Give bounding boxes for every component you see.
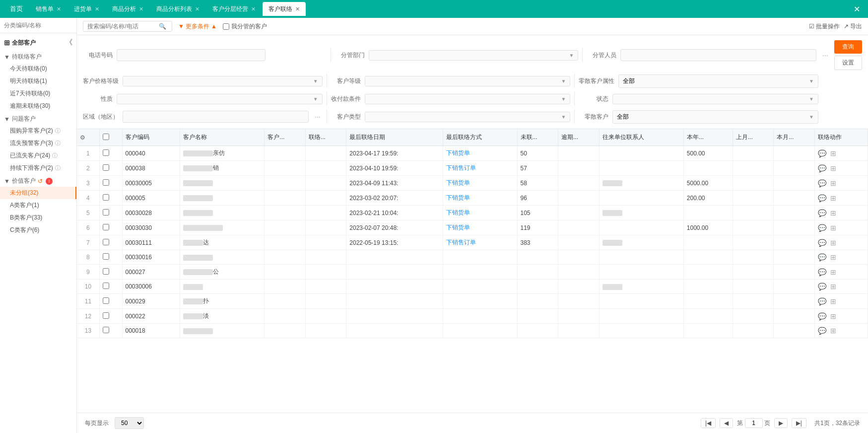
chat-icon[interactable]: 💬 <box>818 149 826 157</box>
search-icon[interactable]: 🔍 <box>159 23 166 30</box>
row-checkbox[interactable] <box>103 297 109 304</box>
grid-action-icon[interactable]: ⊞ <box>830 297 836 305</box>
grid-action-icon[interactable]: ⊞ <box>830 209 836 217</box>
manager-input[interactable] <box>620 49 816 61</box>
tab-product-analysis-list[interactable]: 商品分析列表 ✕ <box>150 2 205 16</box>
collapse-icon[interactable]: 《 <box>66 38 72 47</box>
close-icon[interactable]: ✕ <box>95 6 99 12</box>
code-column-header[interactable]: 客户编码 <box>122 129 180 146</box>
contact-column-header[interactable]: 联络... <box>305 129 346 146</box>
sidebar-item-hoarding-abnormal[interactable]: 囤购异常客户(2) ⓘ <box>0 125 76 137</box>
chat-icon[interactable]: 💬 <box>818 253 826 261</box>
sidebar-group-value[interactable]: ▼ 价值客户 ↺ ! <box>0 174 76 187</box>
name-column-header[interactable]: 客户名称 <box>180 129 265 146</box>
close-all-icon[interactable]: ✕ <box>850 4 864 14</box>
customer-tier-select[interactable]: ▼ <box>365 76 571 86</box>
contact-person-column-header[interactable]: 往来单位联系人 <box>599 129 683 146</box>
select-all-checkbox[interactable] <box>103 134 109 140</box>
chat-icon[interactable]: 💬 <box>818 239 826 247</box>
gear-icon[interactable]: ⚙ <box>80 134 85 141</box>
nature-select[interactable]: ▼ <box>117 94 323 104</box>
filter-search-input[interactable] <box>87 23 157 30</box>
refresh-icon[interactable]: ↺ <box>38 178 43 185</box>
gear-column-header[interactable]: ⚙ <box>77 129 99 146</box>
close-icon[interactable]: ✕ <box>57 6 61 12</box>
tab-product-analysis[interactable]: 商品分析 ✕ <box>106 2 149 16</box>
retail-customer-select[interactable]: 全部 ▼ <box>612 110 818 124</box>
last-method-column-header[interactable]: 最后联络方式 <box>443 129 517 146</box>
row-checkbox[interactable] <box>103 239 109 245</box>
sidebar-item-today-pending[interactable]: 今天待联络(0) <box>0 63 76 75</box>
row-checkbox[interactable] <box>103 194 109 201</box>
last-method-link[interactable]: 下销货单 <box>446 194 470 201</box>
more-conditions-button[interactable]: ▼ 更多条件 ▲ <box>178 22 217 31</box>
last-method-link[interactable]: 下销售订单 <box>446 239 476 246</box>
grid-action-icon[interactable]: ⊞ <box>830 179 836 187</box>
row-checkbox[interactable] <box>103 224 109 230</box>
chat-icon[interactable]: 💬 <box>818 164 826 172</box>
row-checkbox[interactable] <box>103 327 109 333</box>
dots-button[interactable]: ··· <box>820 50 830 60</box>
tab-purchase-order[interactable]: 进货单 ✕ <box>68 2 105 16</box>
payment-select[interactable]: ▼ <box>365 94 571 104</box>
chat-icon[interactable]: 💬 <box>818 209 826 217</box>
last-method-link[interactable]: 下销售订单 <box>446 164 476 171</box>
close-icon[interactable]: ✕ <box>195 6 200 12</box>
grid-action-icon[interactable]: ⊞ <box>830 149 836 157</box>
chat-icon[interactable]: 💬 <box>818 297 826 305</box>
phone-input[interactable] <box>117 49 266 61</box>
sidebar-item-class-c[interactable]: C类客户(6) <box>0 224 76 236</box>
sidebar-search-input[interactable] <box>4 22 77 29</box>
chat-icon[interactable]: 💬 <box>818 268 826 276</box>
chat-icon[interactable]: 💬 <box>818 312 826 320</box>
this-year-column-header[interactable]: 本年... <box>683 129 733 146</box>
chat-icon[interactable]: 💬 <box>818 224 826 232</box>
last-method-link[interactable]: 下销货单 <box>446 179 470 186</box>
grid-action-icon[interactable]: ⊞ <box>830 268 836 276</box>
reset-button[interactable]: 设置 <box>834 56 862 70</box>
grid-action-icon[interactable]: ⊞ <box>830 312 836 320</box>
sidebar-item-tomorrow-pending[interactable]: 明天待联络(1) <box>0 75 76 87</box>
first-page-button[interactable]: |◀ <box>701 418 716 428</box>
sidebar-item-churn-warning[interactable]: 流失预警客户(3) ⓘ <box>0 137 76 149</box>
type-column-header[interactable]: 客户... <box>265 129 306 146</box>
bulk-ops-button[interactable]: ☑ 批量操作 <box>809 22 840 31</box>
chat-icon[interactable]: 💬 <box>818 179 826 187</box>
sidebar-group-problem[interactable]: ▼ 问题客户 <box>0 112 76 125</box>
chat-icon[interactable]: 💬 <box>818 327 826 335</box>
chat-icon[interactable]: 💬 <box>818 194 826 202</box>
dept-select[interactable]: ▼ <box>369 50 579 61</box>
grid-action-icon[interactable]: ⊞ <box>830 224 836 232</box>
my-customers-checkbox[interactable]: 我分管的客户 <box>223 22 267 31</box>
chat-icon[interactable]: 💬 <box>818 283 826 290</box>
retail-attr-select[interactable]: 全部 ▼ <box>618 74 818 88</box>
sidebar-item-declining[interactable]: 持续下滑客户(2) ⓘ <box>0 162 76 174</box>
status-select[interactable]: ▼ <box>612 94 818 104</box>
next-page-button[interactable]: ▶ <box>774 418 788 428</box>
prev-page-button[interactable]: ◀ <box>720 418 733 428</box>
last-method-link[interactable]: 下销货单 <box>446 224 470 231</box>
customer-type-select[interactable]: ▼ <box>365 112 571 122</box>
row-checkbox[interactable] <box>103 149 109 156</box>
row-checkbox[interactable] <box>103 253 109 260</box>
last-method-link[interactable]: 下销货单 <box>446 149 470 156</box>
this-month-column-header[interactable]: 本月... <box>774 129 815 146</box>
uncontacted-column-header[interactable]: 未联... <box>517 129 558 146</box>
close-icon[interactable]: ✕ <box>251 6 256 12</box>
price-tier-select[interactable]: ▼ <box>123 76 323 86</box>
row-checkbox[interactable] <box>103 268 109 275</box>
sidebar-group-pending[interactable]: ▼ 待联络客户 <box>0 50 76 63</box>
last-page-button[interactable]: ▶| <box>792 418 806 428</box>
close-icon[interactable]: ✕ <box>295 6 300 12</box>
home-tab[interactable]: 首页 <box>4 2 29 16</box>
close-icon[interactable]: ✕ <box>139 6 143 12</box>
last-date-column-header[interactable]: 最后联络日期 <box>346 129 443 146</box>
grid-action-icon[interactable]: ⊞ <box>830 253 836 261</box>
my-customers-check[interactable] <box>223 23 229 30</box>
page-number-input[interactable] <box>745 418 763 428</box>
row-checkbox[interactable] <box>103 209 109 216</box>
sidebar-all-customers[interactable]: ⊞ 全部客户 《 <box>0 35 76 50</box>
sidebar-item-ungrouped[interactable]: 未分组(32) <box>0 187 76 199</box>
last-month-column-header[interactable]: 上月... <box>733 129 774 146</box>
grid-action-icon[interactable]: ⊞ <box>830 283 836 290</box>
